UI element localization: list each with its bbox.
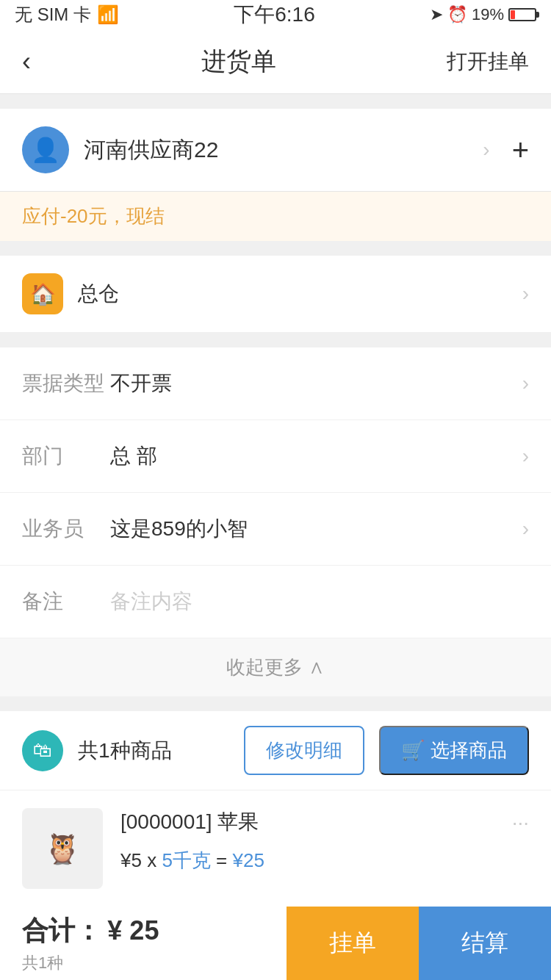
total-amount: ¥ 25 — [107, 915, 159, 945]
payment-note: 应付-20元，现结 — [0, 192, 551, 241]
product-icon: 🛍 — [22, 730, 63, 771]
select-product-button[interactable]: 🛒 选择商品 — [379, 726, 529, 775]
total-amount-row: 合计： ¥ 25 — [22, 913, 264, 949]
gap-3 — [0, 333, 551, 347]
alarm-icon: ⏰ — [447, 5, 467, 24]
salesperson-row[interactable]: 业务员 这是859的小智 › — [0, 493, 551, 566]
remark-label: 备注 — [22, 588, 110, 616]
total-area: 合计： ¥ 25 共1种 — [0, 907, 287, 980]
wifi-icon: 📶 — [97, 4, 119, 25]
battery-label: 19% — [472, 5, 504, 24]
hang-button[interactable]: 挂单 — [287, 907, 419, 980]
subtotal-value: ¥25 — [233, 849, 264, 871]
invoice-chevron-icon: › — [522, 372, 529, 395]
back-button[interactable]: ‹ — [22, 46, 31, 77]
product-logo-icon: 🦉 — [44, 832, 81, 866]
location-icon: ➤ — [430, 5, 443, 24]
product-code: [0000001] — [120, 810, 212, 833]
select-cart-icon: 🛒 — [401, 739, 425, 762]
product-thumbnail: 🦉 — [22, 808, 103, 889]
department-row[interactable]: 部门 总 部 › — [0, 420, 551, 493]
invoice-type-label: 票据类型 — [22, 370, 110, 397]
supplier-name: 河南供应商22 — [84, 135, 483, 165]
equals-sign: = — [216, 849, 232, 871]
multiply-sign: x — [147, 849, 162, 871]
product-name: [0000001] 苹果 — [120, 808, 494, 836]
avatar-icon: 👤 — [31, 136, 60, 164]
salesperson-label: 业务员 — [22, 515, 110, 543]
product-item: 🦉 [0000001] 苹果 ¥5 x 5千克 = ¥25 ··· — [0, 790, 551, 907]
department-value: 总 部 — [110, 442, 515, 470]
unit-price: ¥5 — [120, 849, 142, 871]
status-bar-right: ➤ ⏰ 19% — [430, 5, 536, 24]
gap-1 — [0, 94, 551, 109]
status-bar-left: 无 SIM 卡 📶 — [15, 3, 119, 26]
page-title: 进货单 — [201, 45, 276, 79]
remark-row[interactable]: 备注 备注内容 — [0, 566, 551, 638]
product-header: 🛍 共1种商品 修改明细 🛒 选择商品 — [0, 711, 551, 790]
collapse-bar[interactable]: 收起更多 ∧ — [0, 638, 551, 696]
invoice-type-row[interactable]: 票据类型 不开票 › — [0, 347, 551, 420]
select-product-label: 选择商品 — [431, 738, 507, 763]
modify-detail-button[interactable]: 修改明细 — [244, 726, 364, 775]
warehouse-icon: 🏠 — [22, 273, 63, 314]
product-info: [0000001] 苹果 ¥5 x 5千克 = ¥25 — [120, 808, 494, 873]
house-icon: 🏠 — [30, 282, 56, 306]
nav-bar: ‹ 进货单 打开挂单 — [0, 29, 551, 94]
total-label: 合计： — [22, 915, 101, 945]
gap-2 — [0, 241, 551, 256]
status-bar: 无 SIM 卡 📶 下午6:16 ➤ ⏰ 19% — [0, 0, 551, 29]
product-price-row: ¥5 x 5千克 = ¥25 — [120, 848, 494, 873]
remark-input[interactable]: 备注内容 — [110, 588, 529, 616]
invoice-type-value: 不开票 — [110, 370, 515, 397]
total-sub-label: 共1种 — [22, 952, 264, 974]
supplier-chevron-icon: › — [483, 138, 489, 162]
supplier-avatar: 👤 — [22, 126, 69, 173]
warehouse-chevron-icon: › — [522, 282, 529, 306]
gap-4 — [0, 696, 551, 711]
checkout-button[interactable]: 结算 — [419, 907, 551, 980]
battery-icon — [508, 8, 536, 21]
warehouse-row[interactable]: 🏠 总仓 › — [0, 256, 551, 333]
department-label: 部门 — [22, 442, 110, 470]
quantity-value: 5千克 — [162, 849, 210, 871]
product-more-button[interactable]: ··· — [512, 811, 529, 835]
product-title: 苹果 — [217, 810, 259, 833]
open-pending-button[interactable]: 打开挂单 — [447, 48, 529, 76]
warehouse-name: 总仓 — [78, 280, 515, 308]
supplier-row[interactable]: 👤 河南供应商22 › + — [0, 109, 551, 192]
salesperson-chevron-icon: › — [522, 517, 529, 541]
add-button[interactable]: + — [512, 134, 529, 167]
carrier-label: 无 SIM 卡 — [15, 3, 91, 26]
product-count-label: 共1种商品 — [78, 737, 244, 765]
department-chevron-icon: › — [522, 444, 529, 468]
time-label: 下午6:16 — [234, 1, 315, 29]
bottom-bar: 合计： ¥ 25 共1种 挂单 结算 — [0, 907, 551, 980]
cart-icon: 🛍 — [33, 739, 52, 762]
salesperson-value: 这是859的小智 — [110, 515, 515, 543]
